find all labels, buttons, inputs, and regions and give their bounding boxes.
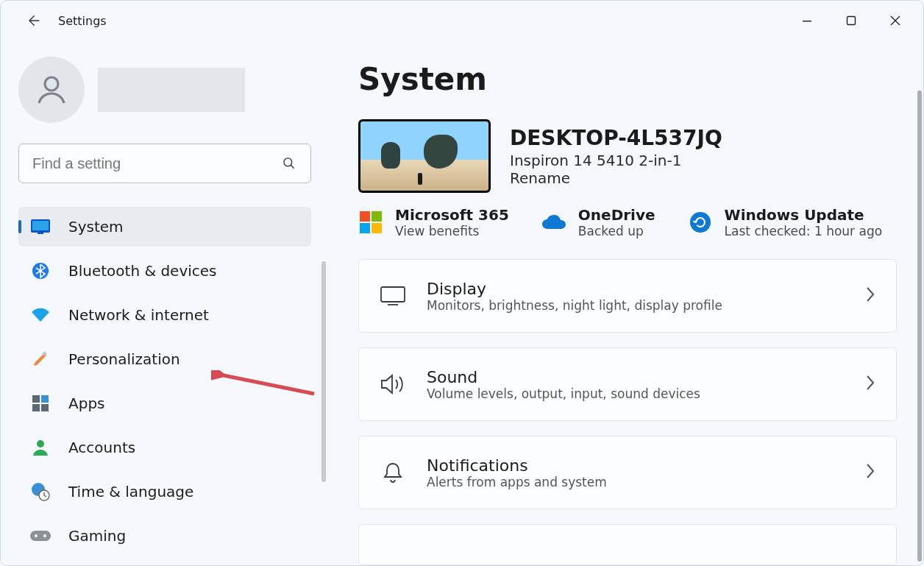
sidebar-item-gaming[interactable]: Gaming: [18, 516, 311, 556]
search-icon: [281, 155, 297, 171]
speaker-icon: [380, 371, 406, 397]
sidebar-item-accounts[interactable]: Accounts: [18, 428, 311, 467]
svg-point-13: [37, 440, 44, 448]
card-title: Notifications: [427, 456, 607, 475]
tile-title: Microsoft 365: [395, 206, 509, 224]
desktop-thumbnail[interactable]: [358, 119, 491, 193]
tile-sub: Last checked: 1 hour ago: [725, 224, 883, 238]
sidebar-item-label: Bluetooth & devices: [68, 262, 217, 280]
profile-block[interactable]: [18, 57, 324, 123]
titlebar: Settings: [1, 1, 923, 40]
card-title: Display: [427, 280, 722, 298]
wifi-icon: [30, 305, 51, 325]
svg-rect-12: [41, 404, 49, 411]
grid-icon: [30, 393, 51, 414]
card-partial[interactable]: [358, 524, 897, 565]
sidebar-item-label: Network & internet: [68, 306, 209, 324]
card-sub: Monitors, brightness, night light, displ…: [427, 298, 722, 313]
sidebar: System Bluetooth & devices Network & int…: [1, 40, 333, 565]
back-button[interactable]: [18, 6, 48, 35]
svg-rect-20: [360, 211, 370, 222]
svg-rect-0: [803, 21, 811, 21]
sidebar-item-time-language[interactable]: Time & language: [18, 472, 311, 512]
main-scrollbar[interactable]: [917, 91, 922, 562]
tile-onedrive[interactable]: OneDrive Backed up: [541, 206, 655, 238]
svg-rect-23: [372, 223, 382, 233]
search-input[interactable]: [32, 155, 281, 172]
monitor-icon: [30, 216, 51, 237]
gamepad-icon: [30, 526, 51, 546]
settings-cards: Display Monitors, brightness, night ligh…: [358, 259, 897, 565]
svg-rect-10: [41, 395, 49, 403]
page-title: System: [358, 61, 897, 97]
svg-rect-25: [381, 287, 405, 302]
card-title: Sound: [427, 368, 700, 386]
card-sub: Volume levels, output, input, sound devi…: [427, 386, 700, 401]
tile-windows-update[interactable]: Windows Update Last checked: 1 hour ago: [688, 206, 883, 238]
svg-rect-16: [30, 531, 51, 541]
sidebar-item-apps[interactable]: Apps: [18, 383, 311, 423]
main-content: System DESKTOP-4L537JQ Inspiron 14 5410 …: [333, 40, 923, 565]
nav-list: System Bluetooth & devices Network & int…: [18, 207, 324, 556]
svg-rect-1: [847, 17, 856, 25]
svg-rect-9: [32, 395, 40, 403]
sidebar-item-label: System: [68, 218, 124, 236]
status-tiles: Microsoft 365 View benefits OneDrive Bac…: [358, 206, 897, 238]
sidebar-item-label: Time & language: [68, 483, 193, 500]
minimize-button[interactable]: [785, 6, 829, 35]
sidebar-item-network[interactable]: Network & internet: [18, 295, 311, 335]
device-header: DESKTOP-4L537JQ Inspiron 14 5410 2-in-1 …: [358, 119, 897, 193]
onedrive-icon: [541, 210, 566, 235]
card-display[interactable]: Display Monitors, brightness, night ligh…: [358, 259, 897, 333]
sidebar-item-label: Gaming: [68, 527, 126, 545]
device-model: Inspiron 14 5410 2-in-1: [510, 152, 722, 169]
tile-title: OneDrive: [578, 206, 655, 224]
display-icon: [380, 283, 406, 309]
svg-point-24: [690, 212, 711, 233]
sidebar-item-personalization[interactable]: Personalization: [18, 339, 311, 379]
sidebar-item-bluetooth[interactable]: Bluetooth & devices: [18, 251, 311, 291]
svg-rect-22: [360, 223, 370, 233]
chevron-right-icon: [865, 463, 875, 482]
svg-point-3: [284, 158, 292, 166]
close-button[interactable]: [873, 6, 917, 35]
paintbrush-icon: [30, 349, 51, 369]
sidebar-item-label: Personalization: [68, 350, 180, 368]
card-sound[interactable]: Sound Volume levels, output, input, soun…: [358, 347, 897, 421]
sidebar-item-label: Apps: [68, 395, 105, 412]
svg-rect-6: [38, 233, 43, 234]
svg-point-2: [45, 77, 58, 91]
tile-sub: View benefits: [395, 224, 509, 238]
window-title: Settings: [58, 14, 107, 28]
avatar: [18, 57, 85, 123]
device-name: DESKTOP-4L537JQ: [510, 126, 722, 150]
search-box[interactable]: [18, 144, 311, 183]
svg-point-17: [35, 534, 38, 537]
rename-link[interactable]: Rename: [510, 169, 722, 187]
sidebar-item-system[interactable]: System: [18, 207, 311, 247]
chevron-right-icon: [865, 375, 875, 394]
update-icon: [688, 210, 713, 235]
svg-rect-5: [32, 221, 49, 230]
clock-globe-icon: [30, 481, 51, 502]
tile-sub: Backed up: [578, 224, 655, 238]
sidebar-scrollbar[interactable]: [321, 261, 326, 482]
microsoft-logo-icon: [358, 210, 383, 235]
card-sub: Alerts from apps and system: [427, 475, 607, 489]
sidebar-item-label: Accounts: [68, 439, 135, 456]
window-controls: [785, 6, 917, 35]
svg-rect-21: [372, 211, 382, 222]
bell-icon: [380, 459, 406, 486]
tile-microsoft365[interactable]: Microsoft 365 View benefits: [358, 206, 509, 238]
bluetooth-icon: [30, 261, 51, 281]
maximize-button[interactable]: [829, 6, 873, 35]
tile-title: Windows Update: [725, 206, 883, 224]
person-icon: [30, 437, 51, 458]
card-notifications[interactable]: Notifications Alerts from apps and syste…: [358, 436, 897, 509]
chevron-right-icon: [865, 286, 875, 305]
svg-rect-11: [32, 404, 40, 411]
profile-name-redacted: [98, 68, 245, 112]
svg-point-18: [43, 534, 46, 537]
